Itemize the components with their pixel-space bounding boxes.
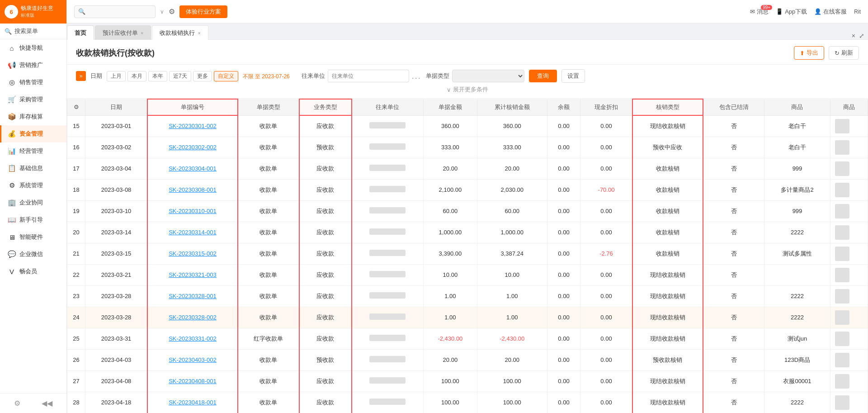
settings-bottom-icon[interactable]: ⚙ xyxy=(12,397,22,409)
filter-this-year[interactable]: 本年 xyxy=(148,71,167,81)
sidebar-search[interactable]: 🔍 搜索菜单 xyxy=(0,24,66,39)
td-date: 2023-03-14 xyxy=(85,222,148,243)
td-include-settled: 否 xyxy=(703,370,764,392)
td-rownum: 25 xyxy=(67,328,85,349)
collapse-sidebar-icon[interactable]: ◀◀ xyxy=(40,397,54,409)
td-partner xyxy=(352,158,424,179)
page-content: 收款核销执行(按收款) ⬆ 导出 ↻ 刷新 » 日期 上月 本月 xyxy=(67,40,868,413)
tab-writeoff[interactable]: 收款核销执行 × xyxy=(152,25,208,40)
filter-last-month[interactable]: 上月 xyxy=(107,71,126,81)
doc-no-link[interactable]: SK-20230314-001 xyxy=(169,229,217,236)
goods-thumbnail xyxy=(835,395,849,410)
td-rownum: 26 xyxy=(67,349,85,370)
doc-no-link[interactable]: SK-20230328-002 xyxy=(169,314,217,321)
industry-btn[interactable]: 体验行业方案 xyxy=(179,5,227,18)
app-logo-sub: 标准版 xyxy=(21,12,53,19)
gear-icon[interactable]: ⚙ xyxy=(74,104,79,110)
sidebar-item-system[interactable]: ⚙ 系统管理 xyxy=(0,177,66,194)
doc-no-link[interactable]: SK-20230408-001 xyxy=(169,378,217,385)
sidebar-item-sales[interactable]: ◎ 销售管理 xyxy=(0,74,66,91)
app-logo-icon: 6 xyxy=(5,5,18,19)
doc-no-link[interactable]: SK-20230321-003 xyxy=(169,271,217,278)
td-writeoff-amount: 10.00 xyxy=(477,264,547,285)
sidebar-item-inventory[interactable]: 📦 库存核算 xyxy=(0,108,66,125)
refresh-button[interactable]: ↻ 刷新 xyxy=(829,46,859,60)
table-container: ⚙ 日期 单据编号 单据类型 业务类型 往来单位 单据金额 累计核销金额 xyxy=(67,99,868,413)
topbar-online-service[interactable]: 👤 在线客服 xyxy=(814,8,847,16)
goods-thumbnail xyxy=(835,225,849,240)
sidebar-item-guide[interactable]: 📖 新手引导 xyxy=(0,211,66,228)
td-include-settled: 否 xyxy=(703,328,764,349)
filter-7days[interactable]: 近7天 xyxy=(169,71,191,81)
th-gear[interactable]: ⚙ xyxy=(67,99,85,115)
sidebar-item-member[interactable]: V 畅会员 xyxy=(0,263,66,280)
filter-expand-btn[interactable]: ∨ 展开更多条件 xyxy=(447,85,488,94)
goods-thumbnail xyxy=(835,183,849,197)
topbar-username[interactable]: Rit xyxy=(854,9,861,15)
topbar-search-icon: 🔍 xyxy=(78,8,85,15)
doc-no-link[interactable]: SK-20230331-002 xyxy=(169,335,217,342)
td-biz-type: 应收款 xyxy=(299,158,352,179)
td-biz-type: 应收款 xyxy=(299,328,352,349)
td-goods-img xyxy=(830,179,868,200)
tab-pre-receivable-close[interactable]: × xyxy=(141,30,143,36)
filter-doctype-select[interactable] xyxy=(452,70,524,82)
sidebar-item-hardware[interactable]: 🖥 智能硬件 xyxy=(0,228,66,246)
td-amount: 10.00 xyxy=(423,264,477,285)
doc-no-link[interactable]: SK-20230403-002 xyxy=(169,356,217,363)
query-button[interactable]: 查询 xyxy=(529,70,557,82)
doc-no-link[interactable]: SK-20230302-002 xyxy=(169,144,217,151)
sidebar-item-purchase[interactable]: 🛒 采购管理 xyxy=(0,91,66,108)
topbar-chevron-icon[interactable]: ∨ xyxy=(160,9,164,15)
td-amount: 360.00 xyxy=(423,115,477,137)
doc-no-link[interactable]: SK-20230310-001 xyxy=(169,208,217,214)
settings-button[interactable]: 设置 xyxy=(561,69,585,83)
td-partner xyxy=(352,222,424,243)
doc-no-link[interactable]: SK-20230301-002 xyxy=(169,123,217,129)
filter-custom[interactable]: 自定义 xyxy=(214,71,238,81)
tab-writeoff-close[interactable]: × xyxy=(198,30,200,36)
sidebar-item-funds[interactable]: 💰 资金管理 xyxy=(0,125,66,142)
filter-this-month[interactable]: 本月 xyxy=(127,71,146,81)
td-date: 2023-04-08 xyxy=(85,370,148,392)
td-cash-discount: 0.00 xyxy=(580,137,632,158)
sidebar-item-wechat[interactable]: 💬 企业微信 xyxy=(0,246,66,263)
filter-partner-input[interactable] xyxy=(328,70,409,82)
sidebar-item-quick-nav[interactable]: ⌂ 快捷导航 xyxy=(0,39,66,57)
td-balance: 0.00 xyxy=(547,285,580,307)
th-writeoff-amount: 累计核销金额 xyxy=(477,99,547,115)
sidebar-item-marketing[interactable]: 📢 营销推广 xyxy=(0,57,66,74)
doc-no-link[interactable]: SK-20230328-001 xyxy=(169,293,217,299)
td-writeoff-type: 收款核销 xyxy=(632,200,703,222)
doc-no-link[interactable]: SK-20230315-002 xyxy=(169,250,217,257)
doc-no-link[interactable]: SK-20230304-001 xyxy=(169,165,217,172)
td-goods-img xyxy=(830,392,868,413)
td-rownum: 20 xyxy=(67,222,85,243)
td-doc-no: SK-20230328-002 xyxy=(147,307,238,328)
sidebar-item-label: 畅会员 xyxy=(19,267,37,275)
topbar-app-download[interactable]: 📱 App下载 xyxy=(776,8,807,16)
sidebar-item-basic[interactable]: 📋 基础信息 xyxy=(0,160,66,177)
sidebar-item-operation[interactable]: 📊 经营管理 xyxy=(0,142,66,160)
td-rownum: 27 xyxy=(67,370,85,392)
tab-pre-receivable[interactable]: 预计应收付单 × xyxy=(95,25,151,40)
inventory-icon: 📦 xyxy=(8,113,16,121)
doc-no-link[interactable]: SK-20230418-001 xyxy=(169,399,217,406)
window-close-icon[interactable]: × xyxy=(852,32,855,39)
messages-badge: 99+ xyxy=(761,5,772,10)
export-button[interactable]: ⬆ 导出 xyxy=(794,46,824,60)
operation-icon: 📊 xyxy=(8,147,16,155)
filter-date-label: 日期 xyxy=(90,72,102,80)
sidebar-item-label: 经营管理 xyxy=(19,147,43,155)
tab-home[interactable]: 首页 xyxy=(67,25,94,40)
purchase-icon: 🛒 xyxy=(8,95,16,104)
doc-no-link[interactable]: SK-20230308-001 xyxy=(169,186,217,193)
filter-collapse-btn[interactable]: » xyxy=(76,71,86,81)
window-expand-icon[interactable]: ⤢ xyxy=(859,32,864,39)
filter-more[interactable]: 更多 xyxy=(193,71,212,81)
topbar-messages[interactable]: ✉ 消息 99+ xyxy=(750,8,769,16)
topbar-search-box[interactable]: 🔍 xyxy=(74,5,156,18)
td-doc-no: SK-20230310-001 xyxy=(147,200,238,222)
topbar-gear-icon[interactable]: ⚙ xyxy=(169,7,175,16)
sidebar-item-corp[interactable]: 🏢 企业协同 xyxy=(0,194,66,211)
